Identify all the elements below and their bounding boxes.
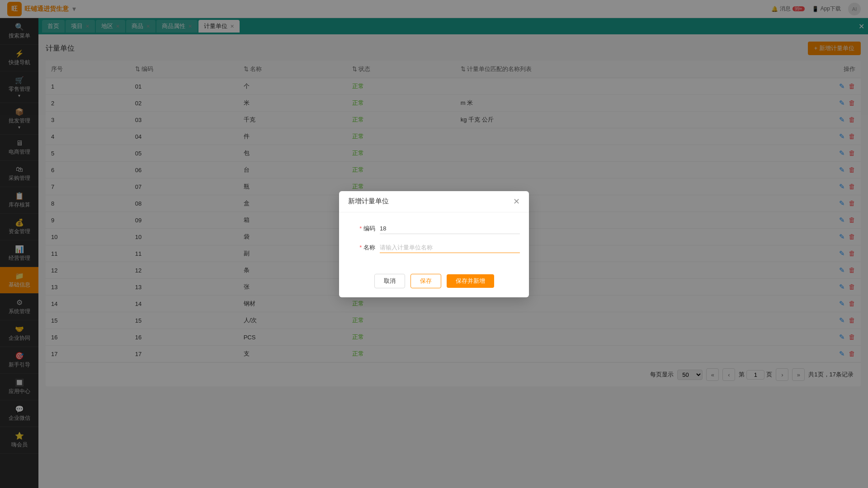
save-button[interactable]: 保存 <box>410 274 441 288</box>
code-label-text: 编码 <box>363 225 375 232</box>
add-unit-modal: 新增计量单位 ✕ * 编码 * 名称 取消 保存 保存并新增 <box>339 191 529 297</box>
modal-close-btn[interactable]: ✕ <box>513 197 520 206</box>
modal-title: 新增计量单位 <box>348 197 389 206</box>
cancel-button[interactable]: 取消 <box>374 274 405 288</box>
code-input[interactable] <box>380 223 520 234</box>
modal-overlay[interactable]: 新增计量单位 ✕ * 编码 * 名称 取消 保存 保存并新增 <box>0 0 868 488</box>
modal-header: 新增计量单位 ✕ <box>339 191 529 212</box>
form-row-code: * 编码 <box>348 223 520 234</box>
code-required-mark: * <box>359 225 362 232</box>
modal-footer: 取消 保存 保存并新增 <box>339 268 529 297</box>
name-label: * 名称 <box>348 244 375 252</box>
save-and-new-button[interactable]: 保存并新增 <box>447 274 494 288</box>
name-label-text: 名称 <box>363 244 375 251</box>
name-required-mark: * <box>359 244 362 251</box>
modal-body: * 编码 * 名称 <box>339 212 529 268</box>
form-row-name: * 名称 <box>348 242 520 253</box>
name-input[interactable] <box>380 242 520 253</box>
code-label: * 编码 <box>348 225 375 233</box>
